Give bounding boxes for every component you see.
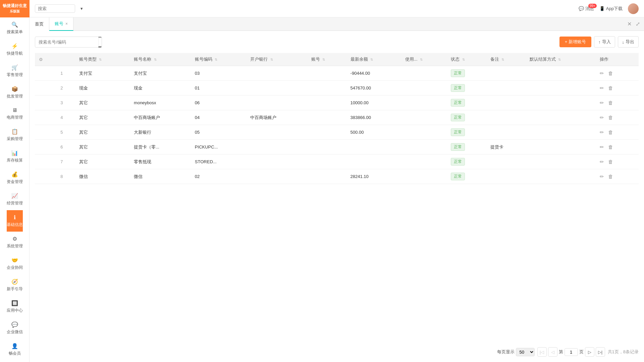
cell-name: 微信 [130,169,191,184]
col-remark[interactable]: 备注 ⇅ [486,53,526,66]
delete-button[interactable]: 🗑 [608,70,613,76]
app-download-button[interactable]: 📱 App下载 [599,6,623,12]
cell-code: 06 [191,96,246,110]
sidebar-item-purchase-mgmt[interactable]: 📋采购管理 [7,124,23,146]
cell-index: 7 [56,155,75,169]
sidebar-item-ops-mgmt[interactable]: 📈经营管理 [7,189,23,210]
tab-account-close-icon[interactable]: × [65,21,68,26]
col-account[interactable]: 账号 ⇅ [307,53,346,66]
edit-button[interactable]: ✏ [600,100,604,106]
edit-button[interactable]: ✏ [600,115,604,120]
import-label: 导入 [602,39,611,45]
cell-status: 正常 [447,140,486,155]
col-bank[interactable]: 开户银行 ⇅ [246,53,307,66]
edit-button[interactable]: ✏ [600,159,604,165]
cell-bank [246,140,307,155]
edit-button[interactable]: ✏ [600,70,604,76]
page-number-input[interactable] [565,348,578,356]
col-balance[interactable]: 最新余额 ⇅ [346,53,401,66]
chevron-down-icon: ▾ [80,6,83,11]
sidebar-item-members[interactable]: 👤畅会员 [7,339,23,360]
sidebar-item-quick-nav[interactable]: ⚡快捷导航 [7,39,23,60]
user-avatar[interactable] [628,3,639,14]
cell-type: 其它 [75,125,130,140]
settings-icon[interactable]: ⚙ [39,57,43,62]
tab-close-all-icon[interactable]: ✕ [626,19,633,28]
tab-home[interactable]: 首页 [30,17,49,31]
next-page-button[interactable]: ▷ [585,347,594,357]
delete-button[interactable]: 🗑 [608,144,613,150]
cell-name: 现金 [130,81,191,96]
message-button[interactable]: 💬 消息 99+ [579,6,594,12]
sidebar-item-enterprise-wechat[interactable]: 💬企业微信 [7,317,23,339]
sidebar-item-wholesale-mgmt[interactable]: 📦批发管理 [7,82,23,103]
delete-button[interactable]: 🗑 [608,174,613,179]
first-page-button[interactable]: |◁ [537,347,547,357]
table-row: 3 其它 moneybosx 06 10000.00 正常 ✏ 🗑 [35,96,639,110]
cell-remark [486,96,526,110]
sidebar-item-sys-mgmt[interactable]: ⚙系统管理 [7,232,23,253]
sidebar-item-ecommerce-mgmt[interactable]: 🖥电商管理 [7,103,23,124]
cell-usage [401,96,447,110]
import-button[interactable]: ↑ 导入 [594,36,615,48]
delete-button[interactable]: 🗑 [608,129,613,135]
col-usage[interactable]: 使用... ⇅ [401,53,447,66]
tabbar: 首页 账号 × ✕ ⤢ [30,17,644,31]
cell-balance: 10000.00 [346,96,401,110]
delete-button[interactable]: 🗑 [608,115,613,120]
col-type[interactable]: 账号类型 ⇅ [75,53,130,66]
cell-bank: 中百商场账户 [246,110,307,125]
col-settings[interactable]: ⚙ [35,53,56,66]
last-page-button[interactable]: ▷| [596,347,605,357]
sidebar-item-retail-mgmt[interactable]: 🛒零售管理 [7,60,23,82]
cell-index: 8 [56,169,75,184]
tab-account[interactable]: 账号 × [49,17,73,31]
edit-button[interactable]: ✏ [600,85,604,91]
sidebar-item-guide[interactable]: 🧭新手引导 [7,275,23,296]
col-default-payment[interactable]: 默认结算方式 ⇅ [526,53,596,66]
add-account-button[interactable]: + 新增账号 [559,37,591,47]
cell-account [307,81,346,96]
fund-mgmt-icon: 💰 [11,171,18,178]
edit-button[interactable]: ✏ [600,144,604,150]
delete-button[interactable]: 🗑 [608,100,613,106]
page-size-select[interactable]: 50 100 200 [516,348,535,356]
cell-status: 正常 [447,155,486,169]
edit-button[interactable]: ✏ [600,174,604,179]
cell-type: 支付宝 [75,66,130,81]
sidebar-item-fund-mgmt[interactable]: 💰资金管理 [7,167,23,189]
topbar-search-input[interactable] [35,4,75,13]
col-code[interactable]: 账号编码 ⇅ [191,53,246,66]
edit-button[interactable]: ✏ [600,129,604,135]
sidebar-item-basic-info[interactable]: ℹ基础信息 [7,210,23,232]
search-button[interactable]: 🔍 [98,37,102,47]
cell-action: ✏ 🗑 [596,81,639,96]
cell-name: 大新银行 [130,125,191,140]
cell-default-payment [526,125,596,140]
cell-remark: 提货卡 [486,140,526,155]
cell-code: 04 [191,110,246,125]
logo-text: 畅捷通好生意乐版版 [3,3,27,14]
delete-button[interactable]: 🗑 [608,85,613,91]
sidebar-item-enterprise[interactable]: 🤝企业协同 [7,253,23,275]
sidebar-item-search-menu[interactable]: 🔍搜索菜单 [7,17,23,39]
app-icon: 📱 [599,6,605,11]
topbar-dropdown[interactable]: ▾ [80,6,83,11]
search-input[interactable] [35,38,98,47]
status-badge: 正常 [451,99,465,107]
page-size-selector: 每页显示 50 100 200 [497,348,535,356]
delete-button[interactable]: 🗑 [608,159,613,165]
message-badge: 99+ [588,4,597,8]
prev-page-button[interactable]: ◁ [548,347,557,357]
cell-settings [35,96,56,110]
col-name[interactable]: 账号名称 ⇅ [130,53,191,66]
cell-usage [401,125,447,140]
col-status[interactable]: 状态 ⇅ [447,53,486,66]
retail-mgmt-icon: 🛒 [11,64,18,71]
cell-status: 正常 [447,81,486,96]
tab-expand-icon[interactable]: ⤢ [634,19,641,28]
sidebar-item-app-center[interactable]: 🔲应用中心 [7,296,23,317]
guide-icon: 🧭 [11,279,18,285]
export-button[interactable]: ↓ 导出 [618,36,639,48]
sidebar-item-inventory[interactable]: 📊库存核算 [7,146,23,167]
